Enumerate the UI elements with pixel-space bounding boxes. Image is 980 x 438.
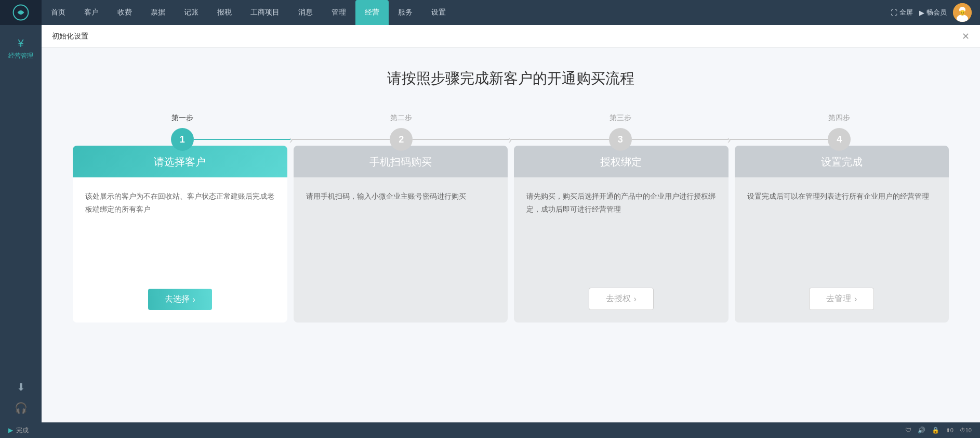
step2-card-body: 请用手机扫码，输入小微企业主账号密码进行购买 [294, 177, 508, 302]
sidebar: ¥ 经营管理 ⬇ 🎧 [0, 25, 42, 422]
step3-circle: 3 [609, 128, 632, 151]
nav-bizproject[interactable]: 工商项目 [241, 0, 289, 25]
step4-card-body: 设置完成后可以在管理列表进行所有企业用户的经营管理 [735, 177, 949, 279]
status-bar: ▶ 完成 🛡 🔊 🔒 ⬆0 ⏱10 [0, 422, 980, 438]
cloud-status-icon: ⬆0 [946, 427, 953, 434]
step2-label: 第二步 [390, 113, 412, 123]
page-header: 初始化设置 ✕ [42, 25, 980, 48]
step3-card-body: 请先购买，购买后选择开通的产品中的企业用户进行授权绑定，成功后即可进行经营管理 [514, 177, 729, 279]
content-area: 请按照步骤完成新客户的开通购买流程 第一步 1 › 第二 [42, 48, 980, 422]
step3-action-button[interactable]: 去授权 › [589, 288, 654, 310]
sidebar-item-operation[interactable]: ¥ 经营管理 [0, 31, 42, 67]
step4-arrow-icon: › [854, 294, 857, 304]
step4-circle: 4 [828, 128, 851, 151]
page-title: 初始化设置 [52, 32, 88, 41]
nav-right: ⛶ 全屏 ▶ 畅会员 😊 [891, 3, 972, 22]
nav-service[interactable]: 服务 [389, 0, 422, 25]
member-button[interactable]: ▶ 畅会员 [919, 8, 947, 17]
play-icon: ▶ [919, 9, 924, 17]
step4-card-footer: 去管理 › [735, 279, 949, 323]
lock-status-icon: 🔒 [932, 427, 939, 434]
step1-card-footer: 去选择 › [73, 280, 287, 323]
app-logo[interactable] [0, 0, 42, 25]
flow-title: 请按照步骤完成新客户的开通购买流程 [73, 69, 949, 88]
step1-arrow-icon: › [193, 295, 195, 304]
user-avatar[interactable]: 😊 [953, 3, 972, 22]
nav-settings[interactable]: 设置 [422, 0, 455, 25]
step2-circle: 2 [390, 128, 413, 151]
step4-label: 第四步 [828, 113, 850, 123]
step3-card: 授权绑定 请先购买，购买后选择开通的产品中的企业用户进行授权绑定，成功后即可进行… [514, 146, 729, 323]
status-bar-left: ▶ 完成 [8, 426, 29, 435]
nav-invoice[interactable]: 票据 [141, 0, 175, 25]
step4-action-button[interactable]: 去管理 › [809, 288, 874, 310]
step1-label: 第一步 [171, 113, 193, 123]
volume-status-icon: 🔊 [918, 427, 925, 434]
main-content: 初始化设置 ✕ 请按照步骤完成新客户的开通购买流程 第一步 1 › [42, 25, 980, 422]
nav-items: 首页 客户 收费 票据 记账 报税 工商项目 消息 管理 经营 服务 设置 [42, 0, 891, 25]
nav-home[interactable]: 首页 [42, 0, 75, 25]
close-button[interactable]: ✕ [962, 31, 970, 42]
step3-label: 第三步 [610, 113, 631, 123]
nav-fee[interactable]: 收费 [108, 0, 141, 25]
nav-customer[interactable]: 客户 [75, 0, 108, 25]
fullscreen-icon: ⛶ [891, 9, 897, 17]
shield-status-icon: 🛡 [905, 427, 911, 434]
download-icon[interactable]: ⬇ [17, 381, 25, 393]
top-navigation: 首页 客户 收费 票据 记账 报税 工商项目 消息 管理 经营 服务 设置 ⛶ … [0, 0, 980, 25]
sidebar-item-label: 经营管理 [8, 51, 33, 60]
yen-icon: ¥ [18, 37, 23, 49]
step2-card-footer [294, 302, 508, 323]
step3-card-footer: 去授权 › [514, 279, 729, 323]
nav-accounting[interactable]: 记账 [175, 0, 208, 25]
nav-manage[interactable]: 管理 [322, 0, 355, 25]
clock-status-icon: ⏱10 [960, 427, 972, 433]
step1-card: 请选择客户 该处展示的客户为不在回收站、客户状态正常建账后完成老板端绑定的所有客… [73, 146, 287, 323]
status-text: 完成 [16, 426, 29, 435]
status-bar-right: 🛡 🔊 🔒 ⬆0 ⏱10 [905, 427, 972, 434]
step4-card: 设置完成 设置完成后可以在管理列表进行所有企业用户的经营管理 去管理 › [735, 146, 949, 323]
fullscreen-button[interactable]: ⛶ 全屏 [891, 8, 913, 17]
step1-card-body: 该处展示的客户为不在回收站、客户状态正常建账后完成老板端绑定的所有客户 [73, 177, 287, 280]
step-cards: 请选择客户 该处展示的客户为不在回收站、客户状态正常建账后完成老板端绑定的所有客… [73, 146, 949, 323]
play-status-icon: ▶ [8, 427, 13, 434]
svg-text:😊: 😊 [959, 9, 966, 16]
step3-arrow-icon: › [634, 294, 637, 304]
sidebar-bottom-items: ⬇ 🎧 [15, 381, 28, 414]
nav-tax[interactable]: 报税 [208, 0, 241, 25]
nav-operation[interactable]: 经营 [355, 0, 389, 25]
step1-circle: 1 [171, 128, 194, 151]
nav-message[interactable]: 消息 [289, 0, 322, 25]
step1-action-button[interactable]: 去选择 › [148, 289, 212, 310]
headset-icon[interactable]: 🎧 [15, 402, 28, 414]
step2-card: 手机扫码购买 请用手机扫码，输入小微企业主账号密码进行购买 [294, 146, 508, 323]
